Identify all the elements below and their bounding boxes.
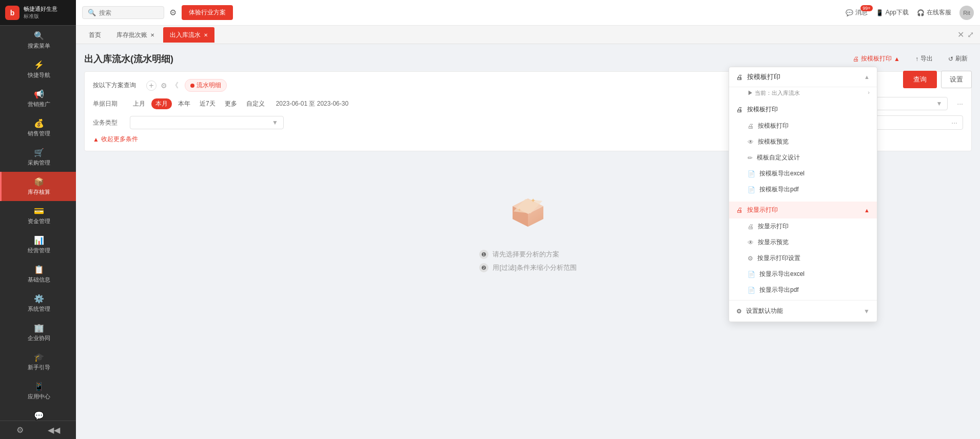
dropdown-title: 按模板打印	[747, 72, 780, 82]
sidebar: b 畅捷通好生意 标准版 🔍 搜索菜单 ⚡ 快捷导航 📢 营销推广 💰 销售管理…	[0, 0, 76, 439]
trial-button[interactable]: 体验行业方案	[182, 5, 233, 20]
empty-step-1: ❶ 请先选择要分析的方案	[479, 250, 576, 259]
svg-text:✦: ✦	[518, 208, 521, 212]
basic-icon: 📋	[34, 265, 44, 274]
user-avatar-area[interactable]: Rit	[959, 6, 974, 20]
custom-btn[interactable]: 自定义	[243, 98, 268, 109]
business-type-label: 业务类型	[93, 118, 124, 127]
sidebar-item-system[interactable]: ⚙️ 系统管理	[0, 289, 76, 318]
search-input[interactable]	[99, 9, 150, 16]
tab-flow[interactable]: 出入库流水 ✕	[163, 27, 214, 43]
last7days-btn[interactable]: 近7天	[197, 98, 219, 109]
refresh-button[interactable]: ↺ 刷新	[944, 52, 972, 65]
tag-dot	[190, 84, 194, 88]
template-print-section: 🖨 按模板打印 🖨 按模板打印 👁 按模板预览 ✏ 模板自定义设计	[729, 99, 877, 199]
display-preview-icon: 👁	[748, 239, 754, 246]
display-export-excel-item[interactable]: 📄 按显示导出excel	[729, 266, 877, 282]
operation-icon: 📊	[34, 235, 44, 245]
sidebar-item-inventory[interactable]: 📦 库存核算	[0, 172, 76, 201]
type-more-icon[interactable]: ···	[957, 99, 963, 108]
basic-label: 基础信息	[28, 276, 50, 284]
sidebar-item-operation[interactable]: 📊 经营管理	[0, 230, 76, 260]
sidebar-item-marketing[interactable]: 📢 营销推广	[0, 84, 76, 113]
sidebar-nav: 🔍 搜索菜单 ⚡ 快捷导航 📢 营销推广 💰 销售管理 🛒 采购管理 📦 库存核…	[0, 26, 76, 421]
query-button[interactable]: 查询	[903, 71, 937, 88]
sidebar-item-sales[interactable]: 💰 销售管理	[0, 113, 76, 143]
setup-button[interactable]: 设置	[941, 71, 972, 88]
dropdown-chevron-up[interactable]: ▲	[864, 74, 870, 80]
query-buttons: 查询 设置	[903, 71, 972, 88]
sales-icon: 💰	[34, 118, 44, 128]
print-dropdown-panel: 🖨 按模板打印 ▲ ▶ 当前：出入库流水 › 🖨 按模板打印	[729, 67, 877, 322]
tab-expand-icon[interactable]: ⤢	[967, 30, 974, 39]
batch-account-label: 库存批次账	[116, 31, 147, 39]
display-print-settings-item[interactable]: ⚙ 按显示打印设置	[729, 250, 877, 266]
display-section-chevron-up: ▲	[864, 207, 870, 213]
sidebar-item-search[interactable]: 🔍 搜索菜单	[0, 26, 76, 55]
sidebar-item-finance[interactable]: 💳 资金管理	[0, 201, 76, 230]
chevron-up-icon: ▲	[894, 55, 900, 63]
display-print-item[interactable]: 🖨 按显示打印	[729, 218, 877, 234]
sidebar-item-newbie[interactable]: 🎓 新手引导	[0, 347, 76, 376]
filter-scheme-label: 按以下方案查询	[93, 81, 136, 90]
sidebar-item-purchase[interactable]: 🛒 采购管理	[0, 143, 76, 172]
template-customize-item[interactable]: ✏ 模板自定义设计	[729, 150, 877, 166]
print-icon: 🖨	[853, 55, 859, 63]
collapse-icon[interactable]: ◀◀	[48, 425, 60, 435]
sidebar-item-wechat[interactable]: 💬 企业微信	[0, 406, 76, 421]
message-badge: 99+	[860, 5, 872, 11]
this-year-btn[interactable]: 本年	[175, 98, 193, 109]
current-icon: ▶	[748, 90, 753, 96]
app-download-button[interactable]: 📱 App下载	[876, 8, 909, 17]
gear-icon[interactable]: ⚙	[169, 8, 177, 17]
warehouse-more-icon[interactable]: ···	[951, 118, 957, 127]
template-preview-item[interactable]: 👁 按模板预览	[729, 134, 877, 150]
settings-icon[interactable]: ⚙	[16, 425, 24, 435]
more-btn[interactable]: 更多	[222, 98, 240, 109]
display-export-pdf-item[interactable]: 📄 按显示导出pdf	[729, 282, 877, 298]
item-pdf-icon: 📄	[748, 186, 755, 193]
header-right: 💬 消息 99+ 📱 App下载 🎧 在线客服 Rit	[846, 6, 974, 20]
filter-tag-item: 流水明细	[185, 79, 227, 92]
item-preview-icon: 👁	[748, 138, 754, 146]
tab-batch-account-close[interactable]: ✕	[150, 32, 154, 38]
sidebar-item-shortcut[interactable]: ⚡ 快捷导航	[0, 55, 76, 84]
item-excel-icon: 📄	[748, 170, 755, 177]
current-arrow: ›	[868, 89, 870, 95]
template-section-icon: 🖨	[736, 106, 743, 113]
export-button[interactable]: ↑ 导出	[911, 52, 937, 65]
message-icon: 💬	[846, 9, 853, 16]
template-export-pdf-item[interactable]: 📄 按模板导出pdf	[729, 182, 877, 197]
tab-home[interactable]: 首页	[82, 27, 108, 43]
prev-month-btn[interactable]: 上月	[130, 98, 148, 109]
template-print-section-title[interactable]: 🖨 按模板打印	[729, 101, 877, 118]
sidebar-item-apps[interactable]: 📱 应用中心	[0, 376, 76, 406]
print-template-button[interactable]: 🖨 按模板打印 ▲	[849, 52, 904, 65]
tab-batch-account[interactable]: 库存批次账 ✕	[110, 27, 161, 43]
search-icon: 🔍	[88, 9, 96, 16]
tab-close-all-icon[interactable]: ✕	[957, 30, 964, 39]
message-button[interactable]: 💬 消息 99+	[846, 8, 868, 17]
tab-flow-close[interactable]: ✕	[204, 32, 208, 38]
filter-settings-icon[interactable]: ⚙	[161, 82, 167, 90]
default-chevron: ▼	[864, 308, 870, 315]
online-service-button[interactable]: 🎧 在线客服	[917, 8, 951, 17]
header-search-box[interactable]: 🔍	[82, 6, 164, 19]
business-type-select[interactable]: ▼	[130, 116, 284, 129]
display-print-icon: 🖨	[748, 223, 754, 230]
chevron-down-icon: ▼	[936, 100, 942, 107]
inventory-icon: 📦	[34, 177, 44, 187]
filter-collapse-icon[interactable]: 《	[171, 81, 179, 90]
template-export-excel-item[interactable]: 📄 按模板导出excel	[729, 166, 877, 182]
sidebar-item-basic[interactable]: 📋 基础信息	[0, 260, 76, 289]
display-preview-item[interactable]: 👁 按显示预览	[729, 234, 877, 250]
display-print-section-title[interactable]: 🖨 按显示打印 ▲	[729, 202, 877, 218]
template-print-item[interactable]: 🖨 按模板打印	[729, 118, 877, 134]
print-header-icon: 🖨	[736, 73, 743, 81]
date-filter-controls: 上月 本月 本年 近7天 更多 自定义	[130, 98, 268, 109]
current-month-btn[interactable]: 本月	[151, 98, 172, 109]
sidebar-item-enterprise[interactable]: 🏢 企业协同	[0, 318, 76, 347]
add-filter-icon[interactable]: +	[146, 81, 156, 91]
set-default-item[interactable]: ⚙ 设置默认功能 ▼	[736, 305, 870, 317]
system-label: 系统管理	[28, 305, 50, 313]
